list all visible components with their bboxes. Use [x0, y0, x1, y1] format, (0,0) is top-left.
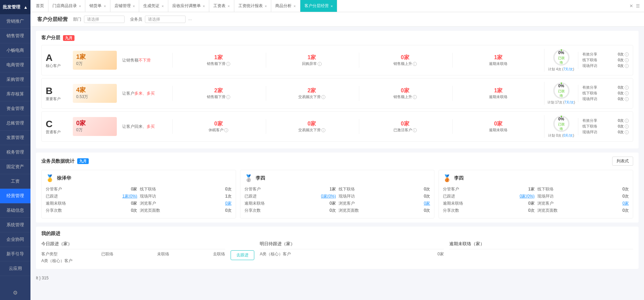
tier-label-A: A 核心客户 [46, 52, 73, 68]
tab-工资表[interactable]: 工资表× [209, 0, 234, 12]
staff-metric-val: 0次 [329, 208, 336, 213]
tab-menu-icon[interactable]: ☰ [636, 3, 640, 8]
staff-metric-val[interactable]: 0家(0%) [520, 193, 535, 199]
staff-metric-val: 0次 [225, 208, 232, 213]
goto-followup-wrapper: 去跟进 [231, 241, 254, 265]
main-area: 首页门店商品目录×销货单×店铺管理×生成凭证×应收应付调整单×工资表×工资统计报… [30, 0, 644, 300]
staff-header: 🥇 徐泽华 [46, 174, 232, 182]
staff-metric-val: 0次 [622, 208, 629, 213]
tomorrow-followup-item: A类（核心）客户 0家 [260, 251, 444, 257]
sidebar-item-电商管理[interactable]: 电商管理 [0, 58, 30, 72]
tier-suggestion-C: 让客户回来、多买 [122, 124, 170, 130]
tab-close-商品分析[interactable]: × [294, 4, 296, 8]
staff-metrics-right: 线下联络 0次 现场拜访 0次 浏览客户 0家 浏览页面数 0次 [537, 186, 629, 214]
tab-应收应付调整单[interactable]: 应收应付调整单× [168, 0, 209, 12]
staff-metric-row: 分享次数 0次 [443, 207, 534, 214]
list-view-button[interactable]: 列表式 [612, 157, 633, 166]
staff-metric-val: 0次 [424, 186, 430, 192]
tier-suggestion-A: 让销售额不下滑 [122, 57, 170, 63]
sidebar-item-基础信息[interactable]: 基础信息 [0, 203, 30, 218]
dept-filter-group: 部门 请选择 [73, 16, 125, 23]
tab-首页[interactable]: 首页 [32, 0, 48, 12]
staff-metric-val[interactable]: 0家(0%) [321, 193, 336, 199]
tab-close-all-icon[interactable]: ✕ [629, 3, 633, 8]
staff-metric-val: 0次 [424, 193, 430, 199]
sidebar-settings-icon[interactable]: ⚙ [0, 285, 30, 300]
sidebar-item-小畅电商[interactable]: 小畅电商 [0, 43, 30, 58]
sidebar-item-发票管理[interactable]: 发票管理 [0, 131, 30, 145]
right-stat-item: 有效分享0次 i [582, 85, 629, 90]
sidebar-header[interactable]: 批发管理 ▲ [0, 0, 30, 14]
staff-metric-row: 分管客户 1家 [244, 186, 336, 193]
staff-metric-val: 1家 [528, 186, 535, 192]
tab-商品分析[interactable]: 商品分析× [271, 0, 300, 12]
sidebar-item-经营管理[interactable]: 经营管理 [0, 189, 30, 203]
tab-close-销货单[interactable]: × [104, 4, 106, 8]
tier-count-A: 1家 0万 [73, 51, 117, 70]
staff-metric-row: 已跟进 0家(0%) [244, 193, 336, 200]
staff-metrics-left: 分管客户 0家 已跟进 1家(0%) 逾期未联络 0家 分享次数 0次 [46, 186, 137, 214]
staff-metric-row: 线下联络 0次 [537, 186, 629, 193]
filter-more-icon[interactable]: ··· [188, 17, 192, 22]
tab-close-工资统计报表[interactable]: × [265, 4, 267, 8]
sidebar-item-云应用[interactable]: 云应用 [0, 261, 30, 276]
tab-销货单[interactable]: 销货单× [85, 0, 110, 12]
sidebar-item-销售管理[interactable]: 销售管理 [0, 29, 30, 43]
dept-select[interactable]: 请选择 [84, 16, 125, 23]
tab-close-客户分层经营[interactable]: × [331, 4, 333, 8]
tab-店铺管理[interactable]: 店铺管理× [110, 0, 139, 12]
sidebar-item-采购管理[interactable]: 采购管理 [0, 72, 30, 87]
metric-cell: 1家 回购异常 i [266, 53, 358, 68]
sidebar-item-固定资产[interactable]: 固定资产 [0, 160, 30, 174]
staff-metric-val: 0家 [131, 201, 137, 206]
staff-card-2: 🥉 李四 分管客户 1家 已跟进 0家(0%) 逾期未联络 0家 分享次数 0次… [438, 170, 633, 218]
sidebar-item-新手引导[interactable]: 新手引导 [0, 247, 30, 261]
tab-close-工资表[interactable]: × [228, 4, 230, 8]
staff-metric-val[interactable]: 0家 [225, 201, 232, 206]
staff-metric-row: 现场拜访 0次 [339, 193, 430, 200]
staff-metric-row: 分享次数 0次 [244, 207, 336, 214]
tab-客户分层经营[interactable]: 客户分层经营× [300, 0, 337, 12]
staff-card-1: 🥈 李四 分管客户 1家 已跟进 0家(0%) 逾期未联络 0家 分享次数 0次… [240, 170, 435, 218]
staff-metrics-right: 线下联络 0次 现场拜访 1次 浏览客户 0家 浏览页面数 0次 [140, 186, 231, 214]
staff-metric-row: 逾期未联络 0家 [46, 200, 137, 207]
overdue-followup-col: 逾期未联络（家） [449, 241, 633, 265]
tab-门店商品目录[interactable]: 门店商品目录× [48, 0, 85, 12]
sidebar-item-库存核算[interactable]: 库存核算 [0, 87, 30, 101]
sidebar-collapse-icon[interactable]: ▲ [23, 5, 28, 10]
tab-close-店铺管理[interactable]: × [133, 4, 135, 8]
sidebar-item-营销推广[interactable]: 营销推广 [0, 14, 30, 29]
tier-label-C: C 普通客户 [46, 119, 73, 135]
sidebar-item-税务管理[interactable]: 税务管理 [0, 145, 30, 160]
staff-metric-row: 现场拜访 0次 [537, 193, 629, 200]
staff-metrics-right: 线下联络 0次 现场拜访 0次 浏览客户 0家 浏览页面数 0次 [339, 186, 430, 214]
staff-metric-val[interactable]: 1家(0%) [122, 193, 137, 199]
tier-metrics-C: 0家 休眠客户 i 0家 交易频次下滑 i 0家 已激活客户 i 0家 逾期未联… [172, 119, 544, 134]
tier-metrics-B: 2家 销售额下滑 i 2家 交易频次下滑 i 0家 销售额上升 i 1家 逾期未… [172, 86, 544, 101]
staff-section-title: 业务员数据统计 九月 [41, 158, 89, 164]
staff-metric-val: 0家 [329, 201, 336, 206]
tier-count-C: 0家 0万 [73, 117, 117, 136]
sidebar-item-系统管理[interactable]: 系统管理 [0, 218, 30, 232]
staff-section-header: 业务员数据统计 九月 列表式 [41, 157, 633, 166]
my-followup-section: 我的跟进 今日跟进（家） 客户类型 已联络 未联络 去联络 A类（核心）客户 [36, 227, 639, 269]
sales-select[interactable]: 请选择 [145, 16, 186, 23]
staff-metric-val[interactable]: 0家 [622, 201, 629, 206]
tab-生成凭证[interactable]: 生成凭证× [139, 0, 168, 12]
tab-close-应收应付调整单[interactable]: × [203, 4, 205, 8]
tier-count-B: 4家 0.53万 [73, 84, 117, 103]
sidebar-item-工资[interactable]: 工资 [0, 174, 30, 189]
tab-close-门店商品目录[interactable]: × [79, 4, 81, 8]
staff-metric-val: 1次 [225, 193, 232, 199]
tab-close-生成凭证[interactable]: × [162, 4, 164, 8]
staff-metrics-left: 分管客户 1家 已跟进 0家(0%) 逾期未联络 0家 分享次数 0次 [443, 186, 534, 214]
sidebar-item-企业协同[interactable]: 企业协同 [0, 232, 30, 247]
tab-工资统计报表[interactable]: 工资统计报表× [234, 0, 271, 12]
staff-metric-val[interactable]: 0家 [424, 201, 430, 206]
sidebar-item-资金管理[interactable]: 资金管理 [0, 101, 30, 116]
sidebar-item-总账管理[interactable]: 总账管理 [0, 116, 30, 131]
sidebar-header-label: 批发管理 [3, 4, 20, 10]
staff-metric-val: 0次 [424, 208, 430, 213]
goto-followup-button[interactable]: 去跟进 [231, 250, 254, 260]
tomorrow-followup-col: 明日待跟进（家） A类（核心）客户 0家 [260, 241, 444, 265]
